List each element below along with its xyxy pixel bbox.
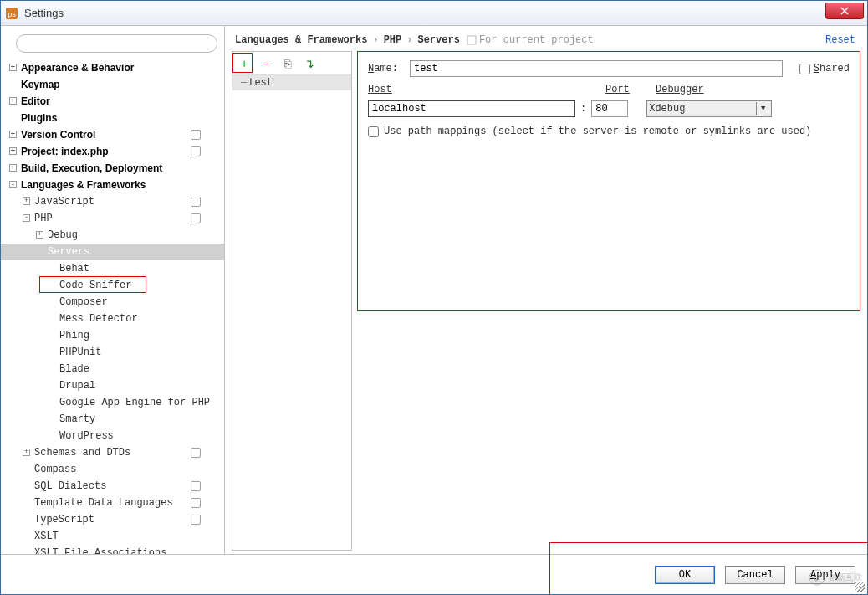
server-name-input[interactable] bbox=[410, 60, 783, 77]
tree-item-label: Template Data Languages bbox=[34, 497, 173, 509]
tree-item[interactable]: Code Sniffer bbox=[1, 277, 224, 294]
tree-item[interactable]: Compass bbox=[1, 461, 224, 478]
expand-icon[interactable]: + bbox=[23, 449, 30, 456]
tree-item[interactable]: +Editor bbox=[1, 93, 224, 110]
tree-item[interactable]: Servers bbox=[1, 244, 224, 260]
settings-tree[interactable]: +Appearance & BehaviorKeymap+EditorPlugi… bbox=[1, 58, 224, 554]
project-scope-note: For current project bbox=[467, 34, 594, 46]
tree-item[interactable]: +Schemas and DTDs bbox=[1, 444, 224, 461]
remove-server-button[interactable]: − bbox=[259, 57, 273, 70]
port-input[interactable] bbox=[591, 100, 628, 117]
server-items: — test bbox=[232, 75, 351, 550]
tree-item[interactable]: Google App Engine for PHP bbox=[1, 394, 224, 411]
tree-item[interactable]: XSLT bbox=[1, 528, 224, 545]
tree-item[interactable]: WordPress bbox=[1, 428, 224, 444]
subcontent: + − ⎘ ↴ — test Name: bbox=[225, 51, 867, 554]
host-label: Host bbox=[368, 84, 585, 95]
cancel-button[interactable]: Cancel bbox=[725, 566, 785, 584]
expand-icon[interactable]: + bbox=[23, 197, 30, 205]
breadcrumb-part[interactable]: Languages & Frameworks bbox=[235, 34, 367, 46]
tree-item[interactable]: XSLT File Associations bbox=[1, 545, 224, 554]
tree-dash-icon: — bbox=[241, 77, 247, 89]
debugger-label: Debugger bbox=[656, 84, 850, 95]
resize-grip[interactable] bbox=[855, 582, 865, 592]
path-mappings-checkbox[interactable] bbox=[368, 126, 379, 137]
host-input[interactable] bbox=[368, 100, 575, 117]
breadcrumb: Languages & Frameworks › PHP › Servers F… bbox=[225, 26, 867, 51]
debugger-select[interactable]: Xdebug ▼ bbox=[646, 100, 772, 117]
search-wrap bbox=[16, 34, 217, 53]
tree-item-label: PHP bbox=[34, 213, 53, 224]
tree-item-label: Blade bbox=[59, 363, 89, 375]
collapse-icon[interactable]: - bbox=[9, 181, 17, 188]
tree-item-label: Editor bbox=[21, 95, 50, 107]
tree-item[interactable]: -PHP bbox=[1, 210, 224, 227]
copy-server-button[interactable]: ⎘ bbox=[281, 57, 294, 70]
tree-item-label: Composer bbox=[59, 296, 108, 308]
main-panel: Languages & Frameworks › PHP › Servers F… bbox=[225, 26, 867, 554]
project-badge-icon bbox=[191, 130, 201, 140]
tree-item[interactable]: Blade bbox=[1, 361, 224, 377]
tree-item[interactable]: Smarty bbox=[1, 411, 224, 428]
search-input[interactable] bbox=[16, 34, 217, 53]
project-badge-icon bbox=[191, 197, 201, 207]
tree-item[interactable]: +Project: index.php bbox=[1, 143, 224, 160]
port-label: Port bbox=[605, 84, 652, 95]
expand-icon[interactable]: + bbox=[9, 64, 17, 71]
close-button[interactable] bbox=[825, 3, 864, 19]
tree-item[interactable]: +Version Control bbox=[1, 126, 224, 143]
shared-label: Shared bbox=[814, 63, 850, 74]
tree-item[interactable]: PHPUnit bbox=[1, 344, 224, 361]
tree-item[interactable]: Plugins bbox=[1, 110, 224, 126]
server-toolbar: + − ⎘ ↴ bbox=[232, 52, 351, 75]
settings-window: ps Settings +Appearance & BehaviorKeymap… bbox=[0, 0, 868, 595]
tree-item[interactable]: +Build, Execution, Deployment bbox=[1, 160, 224, 177]
apply-button[interactable]: Apply bbox=[795, 566, 855, 584]
tree-item[interactable]: SQL Dialects bbox=[1, 478, 224, 495]
tree-item[interactable]: Template Data Languages bbox=[1, 495, 224, 511]
breadcrumb-sep: › bbox=[406, 34, 412, 46]
tree-item-label: WordPress bbox=[59, 430, 114, 442]
expand-icon[interactable]: + bbox=[9, 131, 17, 138]
import-button[interactable]: ↴ bbox=[303, 57, 316, 70]
tree-item[interactable]: TypeScript bbox=[1, 511, 224, 528]
add-server-button[interactable]: + bbox=[237, 57, 251, 70]
content: +Appearance & BehaviorKeymap+EditorPlugi… bbox=[1, 26, 867, 554]
dialog-footer: OK Cancel Apply bbox=[1, 554, 867, 594]
expand-icon[interactable]: + bbox=[9, 147, 17, 155]
tree-item-label: Project: index.php bbox=[21, 146, 109, 157]
tree-item[interactable]: Phing bbox=[1, 327, 224, 344]
tree-item-label: Google App Engine for PHP bbox=[59, 397, 210, 408]
tree-item[interactable]: +Debug bbox=[1, 227, 224, 244]
project-badge-icon bbox=[191, 448, 201, 458]
tree-item-label: Plugins bbox=[21, 112, 57, 124]
tree-item[interactable]: -Languages & Frameworks bbox=[1, 177, 224, 193]
tree-item[interactable]: +Appearance & Behavior bbox=[1, 59, 224, 76]
tree-item[interactable]: Keymap bbox=[1, 76, 224, 93]
svg-rect-4 bbox=[467, 36, 476, 44]
reset-link[interactable]: Reset bbox=[825, 34, 855, 46]
tree-item-label: JavaScript bbox=[34, 196, 94, 208]
tree-item-label: Compass bbox=[34, 464, 76, 475]
expand-icon[interactable]: + bbox=[36, 231, 43, 239]
tree-item[interactable]: Drupal bbox=[1, 377, 224, 394]
tree-item-label: TypeScript bbox=[34, 514, 94, 526]
shared-checkbox[interactable] bbox=[799, 64, 810, 74]
expand-icon[interactable]: + bbox=[9, 164, 17, 172]
tree-item[interactable]: Mess Detector bbox=[1, 310, 224, 327]
tree-item[interactable]: Composer bbox=[1, 294, 224, 310]
tree-item-label: Phing bbox=[59, 330, 89, 341]
tree-item[interactable]: Behat bbox=[1, 260, 224, 277]
ok-button[interactable]: OK bbox=[655, 566, 715, 584]
tree-item-label: Drupal bbox=[59, 380, 95, 392]
tree-item-label: Languages & Frameworks bbox=[21, 179, 146, 191]
tree-item-label: Keymap bbox=[21, 79, 60, 90]
breadcrumb-part[interactable]: PHP bbox=[384, 34, 402, 46]
tree-item-label: Servers bbox=[48, 246, 89, 258]
collapse-icon[interactable]: - bbox=[23, 214, 30, 222]
breadcrumb-part: Servers bbox=[417, 34, 459, 46]
expand-icon[interactable]: + bbox=[9, 97, 17, 105]
project-badge-icon bbox=[191, 515, 201, 525]
server-item[interactable]: — test bbox=[232, 75, 351, 90]
tree-item[interactable]: +JavaScript bbox=[1, 193, 224, 210]
